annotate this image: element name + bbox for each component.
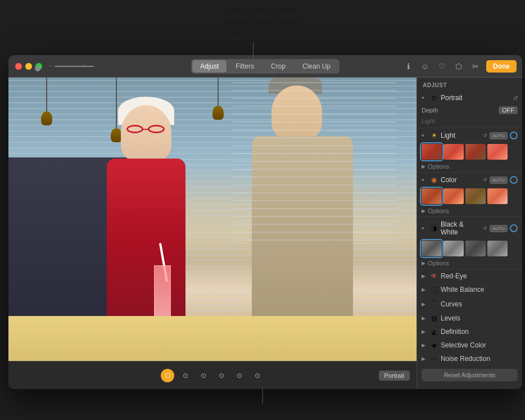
color-auto-badge[interactable]: AUTO xyxy=(490,177,508,184)
tool-2[interactable]: ⊙ xyxy=(197,369,210,382)
levels-item[interactable]: ▶ ▤ Levels xyxy=(417,311,522,325)
tooltip-text: Haz clic para realizarajustes, aplicar f… xyxy=(216,4,309,40)
curves-icon: ⌒ xyxy=(429,299,438,309)
tool-5[interactable]: ⊙ xyxy=(251,369,264,382)
bw-thumb-4[interactable] xyxy=(487,241,508,256)
light-options-label: Options xyxy=(428,163,449,170)
bw-controls: ↺ AUTO xyxy=(483,224,518,232)
reset-button[interactable]: Reset Adjustments xyxy=(422,369,518,381)
bw-title: Black & White xyxy=(441,220,481,236)
bw-thumb-2[interactable] xyxy=(443,241,464,256)
definition-item[interactable]: ▶ ◭ Definition xyxy=(417,325,522,338)
portrait-section-header[interactable]: ▾ ⊙ Portrait ↺ xyxy=(417,91,522,105)
light-reset-icon[interactable]: ↺ xyxy=(483,133,487,138)
bw-options-chevron-icon: ▶ xyxy=(422,260,426,266)
bw-options-row[interactable]: ▶ Options xyxy=(417,259,522,269)
light-title: Light xyxy=(441,132,481,139)
close-button[interactable] xyxy=(15,63,22,70)
tool-1[interactable]: ⊙ xyxy=(179,369,192,382)
portrait-section: ▾ ⊙ Portrait ↺ Depth OFF Light xyxy=(417,91,522,128)
lamp-3 xyxy=(212,78,224,120)
selective-color-item[interactable]: ▶ ◈ Selective Color xyxy=(417,338,522,352)
slider-thumb xyxy=(35,66,40,71)
definition-label: Definition xyxy=(441,328,518,336)
red-eye-item[interactable]: ▶ 👁 Red-Eye xyxy=(417,269,522,283)
light-thumb-2[interactable] xyxy=(443,144,464,160)
minimize-button[interactable] xyxy=(25,63,32,70)
slider-track xyxy=(55,66,94,67)
white-balance-item[interactable]: ▶ ⬚ White Balance xyxy=(417,283,522,296)
definition-chevron-icon: ▶ xyxy=(422,329,427,335)
light-auto-badge[interactable]: AUTO xyxy=(490,132,508,139)
woman-figure xyxy=(90,114,202,327)
portrait-reset-icon[interactable]: ↺ xyxy=(513,95,518,101)
window-blinds xyxy=(233,78,396,247)
light-thumb-4[interactable] xyxy=(487,144,508,160)
bw-thumb-1[interactable] xyxy=(422,241,442,256)
tool-3[interactable]: ⊙ xyxy=(215,369,228,382)
color-thumb-3[interactable] xyxy=(465,188,486,204)
light-section: ▾ ☀ Light ↺ AUTO xyxy=(417,128,522,173)
light-options-row[interactable]: ▶ Options xyxy=(417,162,522,172)
color-icon: ◉ xyxy=(429,176,438,184)
light-toggle[interactable] xyxy=(510,132,518,139)
portrait-title: Portrait xyxy=(441,94,511,102)
depth-value[interactable]: OFF xyxy=(499,106,518,114)
color-thumb-2[interactable] xyxy=(443,188,464,204)
portrait-light-label: Light xyxy=(417,116,522,128)
photo-container xyxy=(8,78,417,361)
curves-chevron-icon: ▶ xyxy=(422,301,427,307)
color-reset-icon[interactable]: ↺ xyxy=(483,177,487,183)
panel-header: ADJUST xyxy=(417,78,522,91)
levels-label: Levels xyxy=(441,314,518,322)
color-section: ▾ ◉ Color ↺ AUTO xyxy=(417,173,522,217)
table-surface xyxy=(8,316,417,361)
bw-section-header[interactable]: ▾ ◑ Black & White ↺ AUTO xyxy=(417,217,522,240)
noise-reduction-item[interactable]: ▶ ⋯ Noise Reduction xyxy=(417,352,522,365)
light-thumb-1[interactable] xyxy=(422,144,442,160)
light-section-header[interactable]: ▾ ☀ Light ↺ AUTO xyxy=(417,128,522,143)
light-controls: ↺ AUTO xyxy=(483,132,518,139)
light-chevron-icon: ▾ xyxy=(422,133,427,138)
content-area: ⬡ ⊙ ⊙ ⊙ ⊙ ⊙ Portrait ADJUST ▾ ⊙ Portrait xyxy=(8,78,522,389)
light-thumbnails xyxy=(417,143,522,162)
panel-content: ▾ ⊙ Portrait ↺ Depth OFF Light ▾ ☀ xyxy=(417,91,522,389)
depth-label: Depth xyxy=(422,107,499,114)
color-toggle[interactable] xyxy=(510,176,518,184)
color-chevron-icon: ▾ xyxy=(422,177,427,183)
depth-row: Depth OFF xyxy=(417,105,522,116)
callout-line xyxy=(262,387,263,404)
options-chevron-icon: ▶ xyxy=(422,164,426,169)
white-balance-chevron-icon: ▶ xyxy=(422,287,427,292)
bw-section: ▾ ◑ Black & White ↺ AUTO xyxy=(417,217,522,269)
main-window: − + Adjust Filters Crop Clean Up ℹ ☺ ♡ ⬡… xyxy=(8,55,522,389)
bw-toggle[interactable] xyxy=(510,224,518,232)
portrait-mode-button[interactable]: Portrait xyxy=(379,371,410,381)
curves-item[interactable]: ▶ ⌒ Curves xyxy=(417,296,522,311)
color-section-header[interactable]: ▾ ◉ Color ↺ AUTO xyxy=(417,173,522,187)
adjust-panel: ADJUST ▾ ⊙ Portrait ↺ Depth OFF Light xyxy=(417,78,522,389)
selective-color-chevron-icon: ▶ xyxy=(422,342,427,348)
bw-options-label: Options xyxy=(428,260,449,267)
red-eye-chevron-icon: ▶ xyxy=(422,273,427,279)
color-title: Color xyxy=(441,176,481,184)
bw-reset-icon[interactable]: ↺ xyxy=(483,225,487,231)
bw-auto-badge[interactable]: AUTO xyxy=(490,225,508,232)
bw-chevron-icon: ▾ xyxy=(422,225,427,231)
definition-icon: ◭ xyxy=(429,328,438,336)
zoom-slider[interactable]: − + xyxy=(49,63,85,69)
callout-text: Herramientas de ajuste xyxy=(222,407,304,416)
light-thumb-3[interactable] xyxy=(465,144,486,160)
color-options-row[interactable]: ▶ Options xyxy=(417,206,522,216)
bw-thumb-3[interactable] xyxy=(465,241,486,256)
tool-portrait[interactable]: ⬡ xyxy=(161,369,174,382)
color-thumb-1[interactable] xyxy=(422,188,442,204)
tool-4[interactable]: ⊙ xyxy=(233,369,246,382)
light-icon: ☀ xyxy=(429,132,438,139)
photo-toolbar: ⬡ ⊙ ⊙ ⊙ ⊙ ⊙ Portrait xyxy=(8,361,417,389)
noise-reduction-chevron-icon: ▶ xyxy=(422,356,427,362)
portrait-icon: ⊙ xyxy=(429,94,438,102)
color-thumb-4[interactable] xyxy=(487,188,508,204)
selective-color-icon: ◈ xyxy=(429,341,438,349)
color-options-label: Options xyxy=(428,207,449,214)
